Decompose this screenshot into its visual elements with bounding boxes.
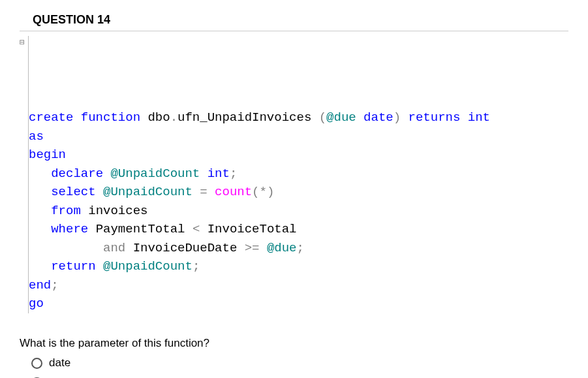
code-token: date <box>364 110 394 125</box>
code-line: return @UnpaidCount; <box>29 257 568 276</box>
code-token: ; <box>193 259 200 274</box>
code-token: . <box>170 110 178 125</box>
code-token: from <box>51 204 81 218</box>
code-token: and <box>103 241 125 255</box>
code-line: create function dbo.ufn_UnpaidInvoices (… <box>29 108 568 127</box>
code-token: count <box>215 185 252 199</box>
code-token: @UnpaidCount <box>103 185 193 199</box>
code-token: go <box>29 296 44 311</box>
code-token <box>193 185 200 199</box>
code-token <box>260 241 267 255</box>
code-token <box>200 166 207 181</box>
option-0[interactable]: date <box>31 356 568 370</box>
code-token: ufn_UnpaidInvoices <box>178 110 319 125</box>
code-token: ; <box>297 241 304 255</box>
code-token <box>29 185 51 199</box>
code-token: InvoiceTotal <box>200 222 296 236</box>
code-token: = <box>200 185 207 199</box>
code-token: InvoiceDueDate <box>125 241 244 255</box>
code-token: @due <box>267 241 297 255</box>
code-token: ; <box>51 278 58 292</box>
code-token <box>96 185 103 199</box>
code-token <box>29 204 51 218</box>
code-line: begin <box>29 146 568 165</box>
fold-guide-line <box>28 36 29 313</box>
code-token: end <box>29 278 51 292</box>
options-group: date@UnpaidCountint@due <box>20 356 568 378</box>
code-token: ) <box>394 110 401 125</box>
code-token <box>356 110 364 125</box>
code-token: ( <box>319 110 326 125</box>
code-token <box>29 222 51 236</box>
code-line: select @UnpaidCount = count(*) <box>29 183 568 202</box>
code-token: ; <box>230 166 237 181</box>
code-token: @UnpaidCount <box>110 166 200 181</box>
option-label: date <box>49 356 70 370</box>
code-line: declare @UnpaidCount int; <box>29 165 568 183</box>
code-token <box>29 241 103 255</box>
code-token: returns int <box>409 110 490 125</box>
code-token <box>103 166 110 181</box>
code-line: end; <box>29 276 568 295</box>
code-token: PaymentTotal <box>88 222 193 236</box>
code-token: create function <box>29 110 140 125</box>
code-line: go <box>29 294 568 313</box>
code-token: return <box>51 259 95 274</box>
code-token: declare <box>51 166 103 181</box>
collapse-icon: ⊟ <box>20 36 25 49</box>
code-token <box>96 259 103 274</box>
question-header: QUESTION 14 <box>20 13 568 31</box>
code-block: ⊟ create function dbo.ufn_UnpaidInvoices… <box>20 34 568 332</box>
code-line: where PaymentTotal < InvoiceTotal <box>29 220 568 239</box>
code-token <box>29 166 51 181</box>
code-lines: create function dbo.ufn_UnpaidInvoices (… <box>29 108 568 313</box>
radio-icon[interactable] <box>31 358 42 369</box>
code-token: dbo <box>140 110 170 125</box>
code-line: as <box>29 127 568 146</box>
code-token: (*) <box>252 185 274 199</box>
code-token: invoices <box>81 204 148 218</box>
question-text: What is the parameter of this function? <box>20 337 568 350</box>
code-token: begin <box>29 148 66 162</box>
code-token: < <box>193 222 200 236</box>
code-token: int <box>208 166 230 181</box>
code-token <box>29 259 51 274</box>
code-line: from invoices <box>29 202 568 221</box>
code-token: @UnpaidCount <box>103 259 193 274</box>
code-line: and InvoiceDueDate >= @due; <box>29 239 568 258</box>
code-token <box>208 185 215 199</box>
code-token <box>401 110 408 125</box>
code-token: @due <box>326 110 356 125</box>
code-token: select <box>51 185 95 199</box>
code-token: where <box>51 222 88 236</box>
code-token: >= <box>245 241 260 255</box>
code-token: as <box>29 129 44 144</box>
